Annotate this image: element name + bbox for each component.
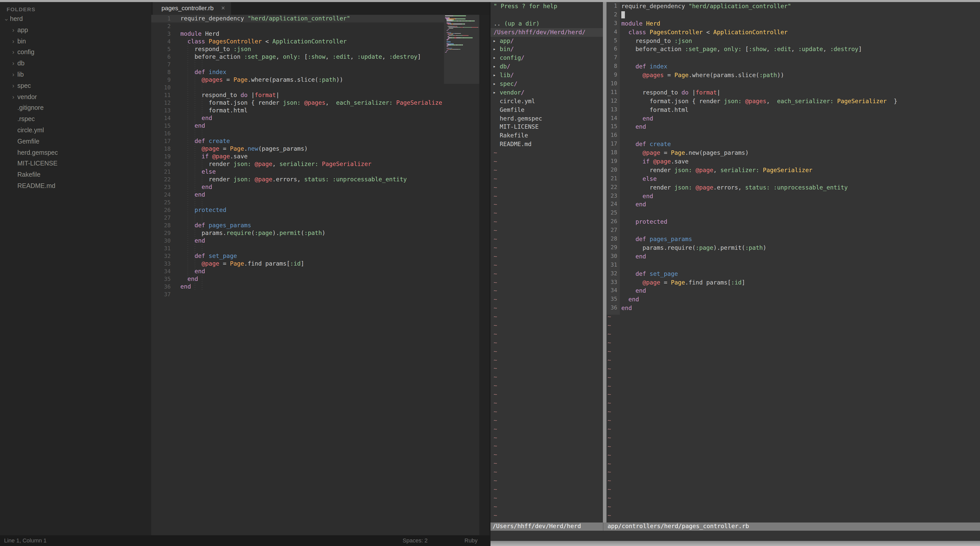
tree-file-Gemfile[interactable]: Gemfile — [490, 105, 603, 114]
code-line[interactable]: end — [621, 200, 897, 209]
tree-dir-spec[interactable]: ▸spec/ — [490, 80, 603, 88]
code-line[interactable]: if @page.save — [180, 153, 442, 160]
code-line[interactable]: if @page.save — [621, 157, 897, 166]
code-line[interactable]: require_dependency "herd/application_con… — [621, 2, 897, 11]
code-line[interactable]: def pages_params — [621, 235, 897, 244]
code-line[interactable]: def create — [621, 140, 897, 149]
code-line[interactable]: respond_to :json — [621, 37, 897, 45]
code-line[interactable] — [621, 54, 897, 63]
code-line[interactable]: end — [180, 183, 442, 191]
code-line[interactable] — [180, 130, 442, 137]
tree-dir-bin[interactable]: ▸bin/ — [490, 45, 603, 54]
code-line[interactable]: end — [621, 192, 897, 200]
code-line[interactable]: module Herd — [180, 30, 442, 38]
code-line[interactable]: render json: @page, serializer: PageSeri… — [180, 160, 442, 168]
code-line[interactable]: format.html — [180, 107, 442, 114]
code-line[interactable]: class PagesController < ApplicationContr… — [180, 38, 442, 46]
close-icon[interactable]: × — [221, 2, 225, 15]
sidebar-item-root-folder[interactable]: ›herd — [0, 14, 151, 25]
code-line[interactable] — [180, 61, 442, 68]
code-line[interactable]: else — [180, 168, 442, 176]
code-line[interactable]: @page = Page.new(pages_params) — [621, 149, 897, 157]
code-line[interactable] — [621, 261, 897, 270]
vim-code-pane[interactable]: 1234567891011121314151617181920212223242… — [606, 2, 980, 522]
tree-current-directory[interactable]: /Users/hhff/dev/Herd/herd/ — [490, 28, 603, 37]
code-line[interactable]: respond_to :json — [180, 46, 442, 53]
sidebar-folder-app[interactable]: ›app — [0, 25, 151, 36]
code-line[interactable]: format.html — [621, 105, 897, 114]
sidebar-folder-vendor[interactable]: ›vendor — [0, 92, 151, 103]
code-line[interactable]: class PagesController < ApplicationContr… — [621, 28, 897, 37]
code-line[interactable] — [621, 80, 897, 88]
code-line[interactable] — [180, 290, 442, 298]
code-line[interactable]: protected — [180, 206, 442, 214]
sidebar-file-.rspec[interactable]: .rspec — [0, 114, 151, 125]
code-line[interactable]: end — [621, 304, 897, 313]
tree-file-herd.gemspec[interactable]: herd.gemspec — [490, 114, 603, 123]
code-line[interactable]: end — [621, 123, 897, 132]
code-line[interactable] — [180, 199, 442, 206]
tree-file-Rakefile[interactable]: Rakefile — [490, 132, 603, 140]
code-line[interactable]: format.json { render json: @pages, each_… — [180, 99, 442, 107]
sidebar-folder-config[interactable]: ›config — [0, 47, 151, 59]
nerdtree-pane[interactable]: " Press ? for help.. (up a dir)/Users/hh… — [490, 2, 603, 522]
code-line[interactable]: end — [180, 122, 442, 130]
code-line[interactable]: before_action :set_page, only: [:show, :… — [621, 45, 897, 54]
code-line[interactable]: render json: @page.errors, status: :unpr… — [621, 183, 897, 192]
tree-dir-app[interactable]: ▸app/ — [490, 37, 603, 45]
code-line[interactable]: respond_to do |format| — [180, 91, 442, 99]
sidebar-file-MIT-LICENSE[interactable]: MIT-LICENSE — [0, 159, 151, 170]
sidebar-file-.gitignore[interactable]: .gitignore — [0, 103, 151, 114]
tree-file-README.md[interactable]: README.md — [490, 140, 603, 149]
code-line[interactable] — [180, 214, 442, 222]
code-line[interactable]: end — [621, 295, 897, 304]
code-line[interactable]: @page = Page.find params[:id] — [621, 278, 897, 287]
code-line[interactable] — [621, 11, 897, 19]
code-line[interactable] — [621, 132, 897, 140]
code-line[interactable]: params.require(:page).permit(:path) — [621, 244, 897, 252]
code-line[interactable] — [180, 244, 442, 252]
sidebar-file-circle.yml[interactable]: circle.yml — [0, 125, 151, 136]
code-line[interactable]: @pages = Page.where(params.slice(:path)) — [621, 71, 897, 80]
tree-dir-vendor[interactable]: ▸vendor/ — [490, 88, 603, 97]
code-editor[interactable]: 1234567891011121314151617181920212223242… — [151, 15, 490, 535]
split-separator[interactable] — [603, 2, 606, 522]
syntax-setting[interactable]: Ruby — [465, 535, 477, 546]
code-line[interactable]: end — [621, 252, 897, 261]
code-line[interactable]: def index — [621, 62, 897, 71]
sidebar-folder-spec[interactable]: ›spec — [0, 81, 151, 92]
code-line[interactable]: end — [180, 237, 442, 244]
code-lines[interactable]: require_dependency "herd/application_con… — [180, 15, 442, 298]
code-line[interactable]: render json: @page.errors, status: :unpr… — [180, 176, 442, 183]
code-line[interactable]: def index — [180, 68, 442, 76]
sidebar-file-herd.gemspec[interactable]: herd.gemspec — [0, 148, 151, 159]
code-line[interactable]: protected — [621, 218, 897, 227]
code-line[interactable] — [180, 84, 442, 91]
tree-dir-config[interactable]: ▸config/ — [490, 54, 603, 63]
sidebar-file-Gemfile[interactable]: Gemfile — [0, 136, 151, 148]
sidebar-file-README.md[interactable]: README.md — [0, 181, 151, 192]
tree-dir-lib[interactable]: ▸lib/ — [490, 71, 603, 80]
code-line[interactable]: @pages = Page.where(params.slice(:path)) — [180, 76, 442, 84]
code-line[interactable]: params.require(:page).permit(:path) — [180, 229, 442, 237]
vim-code-lines[interactable]: require_dependency "herd/application_con… — [621, 2, 897, 313]
code-line[interactable]: def set_page — [621, 270, 897, 278]
code-line[interactable]: end — [621, 114, 897, 123]
code-line[interactable]: respond_to do |format| — [621, 88, 897, 97]
code-line[interactable]: end — [180, 114, 442, 122]
sidebar-folder-db[interactable]: ›db — [0, 58, 151, 70]
sidebar-folder-bin[interactable]: ›bin — [0, 36, 151, 47]
code-line[interactable]: def pages_params — [180, 222, 442, 229]
code-line[interactable]: @page = Page.find params[:id] — [180, 260, 442, 268]
tree-dir-db[interactable]: ▸db/ — [490, 62, 603, 71]
tree-up-dir[interactable]: .. (up a dir) — [490, 19, 603, 28]
tab-pages-controller[interactable]: pages_controller.rb × — [153, 2, 231, 15]
code-line[interactable]: end — [180, 283, 442, 290]
minimap[interactable] — [444, 15, 479, 84]
tree-file-circle.yml[interactable]: circle.yml — [490, 97, 603, 106]
code-line[interactable]: def create — [180, 137, 442, 145]
code-line[interactable]: format.json { render json: @pages, each_… — [621, 97, 897, 106]
code-line[interactable]: module Herd — [621, 19, 897, 28]
code-line[interactable]: end — [180, 268, 442, 275]
sidebar-folder-lib[interactable]: ›lib — [0, 70, 151, 81]
